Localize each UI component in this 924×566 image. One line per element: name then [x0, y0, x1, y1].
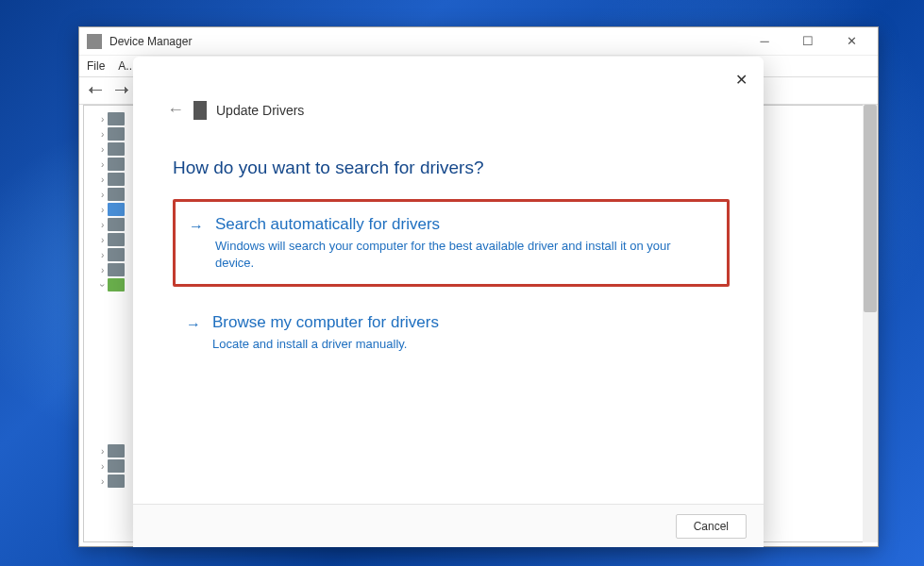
forward-icon[interactable]: 🠒 — [111, 80, 132, 101]
option-browse-computer[interactable]: → Browse my computer for drivers Locate … — [173, 300, 730, 366]
arrow-right-icon: → — [186, 316, 201, 333]
dialog-footer: Cancel — [133, 504, 764, 547]
close-window-button[interactable]: ✕ — [838, 32, 865, 51]
maximize-button[interactable]: ☐ — [795, 32, 821, 51]
scrollbar[interactable] — [863, 105, 878, 542]
driver-icon — [193, 101, 207, 120]
cancel-button[interactable]: Cancel — [676, 514, 747, 539]
window-title: Device Manager — [109, 35, 751, 48]
arrow-right-icon: → — [189, 218, 204, 235]
option-search-automatically[interactable]: → Search automatically for drivers Windo… — [173, 199, 730, 287]
close-dialog-button[interactable]: ✕ — [731, 70, 750, 89]
option-description: Locate and install a driver manually. — [212, 336, 713, 353]
option-title: Search automatically for drivers — [215, 215, 710, 234]
minimize-button[interactable]: ─ — [751, 32, 778, 51]
back-icon[interactable]: 🠐 — [85, 80, 106, 101]
update-drivers-dialog: ✕ ← Update Drivers How do you want to se… — [133, 57, 764, 547]
app-icon — [87, 34, 102, 49]
option-description: Windows will search your computer for th… — [215, 238, 710, 271]
titlebar: Device Manager ─ ☐ ✕ — [79, 27, 878, 56]
scrollbar-thumb[interactable] — [864, 105, 877, 312]
dialog-title: Update Drivers — [216, 103, 304, 118]
option-title: Browse my computer for drivers — [212, 313, 713, 332]
back-arrow-icon[interactable]: ← — [167, 100, 184, 120]
dialog-header: ← Update Drivers — [133, 57, 764, 120]
dialog-question: How do you want to search for drivers? — [133, 120, 764, 199]
menu-file[interactable]: File — [87, 59, 105, 73]
